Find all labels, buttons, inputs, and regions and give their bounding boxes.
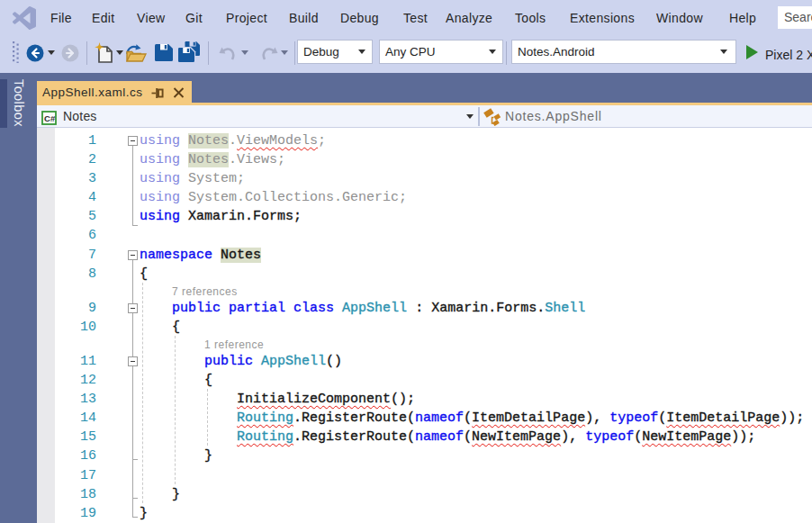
svg-text:C#: C#: [44, 113, 56, 123]
